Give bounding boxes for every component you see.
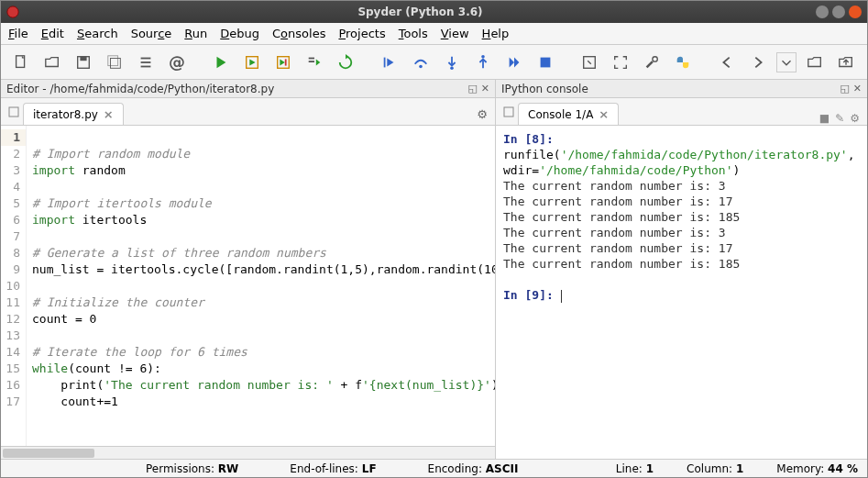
menu-run[interactable]: Run xyxy=(184,27,207,40)
console-tab-row: Console 1/A × ■ ✎ ⚙ xyxy=(496,98,867,126)
parent-dir-button[interactable] xyxy=(833,50,859,75)
sb-memory: Memory: 44 % xyxy=(776,462,858,475)
pane-undock-icon[interactable]: ◱ xyxy=(467,83,477,94)
console-pane-header: IPython console ◱ ✕ xyxy=(496,80,867,98)
close-button[interactable] xyxy=(849,6,862,18)
console-tab-label: Console 1/A xyxy=(528,108,593,121)
code-editor[interactable]: 1 2 3 4 5 6 7 8 9 10 11 12 13 14 15 16 1… xyxy=(1,126,495,446)
sb-encoding: Encoding: ASCII xyxy=(428,462,519,475)
console-browse-icon[interactable] xyxy=(503,106,514,117)
menu-tools[interactable]: Tools xyxy=(399,27,428,40)
pane-close-icon[interactable]: ✕ xyxy=(853,83,862,94)
editor-tab[interactable]: iterator8.py × xyxy=(23,103,124,125)
minimize-button[interactable] xyxy=(816,6,829,18)
python-path-button[interactable] xyxy=(670,50,696,75)
pane-undock-icon[interactable]: ◱ xyxy=(840,83,849,94)
new-file-button[interactable] xyxy=(8,50,34,75)
fullscreen-button[interactable] xyxy=(608,50,633,75)
line-gutter: 1 2 3 4 5 6 7 8 9 10 11 12 13 14 15 16 1… xyxy=(1,126,27,446)
menu-debug[interactable]: Debug xyxy=(220,27,259,40)
maximize-button[interactable] xyxy=(832,6,845,18)
tab-label: iterator8.py xyxy=(33,108,98,121)
step-out-button[interactable] xyxy=(470,50,496,75)
cwd-dropdown[interactable] xyxy=(776,52,797,72)
interrupt-kernel-icon[interactable]: ■ xyxy=(819,112,830,125)
console-options-icon[interactable]: ⚙ xyxy=(850,112,860,125)
editor-tab-row: iterator8.py × ⚙ xyxy=(1,98,495,126)
back-button[interactable] xyxy=(714,50,740,75)
menu-consoles[interactable]: Consoles xyxy=(272,27,325,40)
run-cell-advance-button[interactable] xyxy=(270,50,296,75)
svg-rect-20 xyxy=(541,57,551,67)
step-into-button[interactable] xyxy=(439,50,465,75)
clear-console-icon[interactable]: ✎ xyxy=(835,112,844,125)
menu-edit[interactable]: Edit xyxy=(41,27,64,40)
open-file-button[interactable] xyxy=(39,50,65,75)
run-selection-button[interactable] xyxy=(302,50,327,75)
window-titlebar: Spyder (Python 3.6) xyxy=(1,1,867,23)
run-button[interactable] xyxy=(208,50,234,75)
save-all-button[interactable] xyxy=(102,50,127,75)
svg-rect-4 xyxy=(108,55,118,65)
list-button[interactable] xyxy=(133,50,159,75)
tab-close-icon[interactable]: × xyxy=(104,107,114,121)
svg-point-19 xyxy=(481,54,485,58)
window-title: Spyder (Python 3.6) xyxy=(25,6,816,18)
svg-point-0 xyxy=(7,6,18,17)
svg-point-17 xyxy=(450,66,454,70)
console-tab[interactable]: Console 1/A × xyxy=(518,103,619,125)
continue-button[interactable] xyxy=(501,50,527,75)
console-pane: IPython console ◱ ✕ Console 1/A × ■ ✎ ⚙ … xyxy=(496,80,867,459)
browse-cwd-button[interactable] xyxy=(802,50,828,75)
editor-pane-header: Editor - /home/fahmida/code/Python/itera… xyxy=(1,80,495,98)
menu-bar: File Edit Search Source Run Debug Consol… xyxy=(1,23,867,45)
app-icon xyxy=(6,6,19,18)
maximize-pane-button[interactable] xyxy=(577,50,602,75)
code-area[interactable]: # Import random module import random # I… xyxy=(27,126,495,446)
sb-eol: End-of-lines: LF xyxy=(290,462,376,475)
svg-point-22 xyxy=(653,56,657,61)
editor-h-scrollbar[interactable] xyxy=(1,446,495,459)
console-header-title: IPython console xyxy=(501,83,840,95)
editor-path: Editor - /home/fahmida/code/Python/itera… xyxy=(6,83,467,95)
rerun-button[interactable] xyxy=(333,50,358,75)
svg-point-15 xyxy=(419,64,423,68)
sb-column: Column: 1 xyxy=(687,462,743,475)
menu-projects[interactable]: Projects xyxy=(338,27,385,40)
ipython-console[interactable]: In [8]: runfile('/home/fahmida/code/Pyth… xyxy=(496,126,867,459)
sb-permissions: Permissions: RW xyxy=(146,462,238,475)
debug-button[interactable] xyxy=(377,50,402,75)
editor-pane: Editor - /home/fahmida/code/Python/itera… xyxy=(1,80,496,459)
at-button[interactable]: @ xyxy=(164,50,190,75)
svg-rect-24 xyxy=(504,107,513,117)
svg-rect-23 xyxy=(9,107,18,117)
menu-search[interactable]: Search xyxy=(77,27,118,40)
menu-source[interactable]: Source xyxy=(131,27,172,40)
menu-help[interactable]: Help xyxy=(482,27,510,40)
status-bar: Permissions: RW End-of-lines: LF Encodin… xyxy=(1,459,867,477)
file-browse-icon[interactable] xyxy=(8,106,19,117)
save-button[interactable] xyxy=(71,50,96,75)
menu-view[interactable]: View xyxy=(441,27,469,40)
step-over-button[interactable] xyxy=(408,50,434,75)
console-tab-close-icon[interactable]: × xyxy=(599,107,609,121)
main-toolbar: @ xyxy=(1,45,867,80)
sb-line: Line: 1 xyxy=(616,462,654,475)
main-area: Editor - /home/fahmida/code/Python/itera… xyxy=(1,80,867,459)
preferences-button[interactable] xyxy=(639,50,665,75)
svg-rect-3 xyxy=(80,56,86,60)
forward-button[interactable] xyxy=(745,50,771,75)
run-cell-button[interactable] xyxy=(239,50,265,75)
menu-file[interactable]: File xyxy=(8,27,28,40)
pane-close-icon[interactable]: ✕ xyxy=(481,83,489,94)
editor-options-icon[interactable]: ⚙ xyxy=(473,104,491,125)
stop-button[interactable] xyxy=(533,50,558,75)
console-cursor xyxy=(561,290,562,303)
svg-rect-5 xyxy=(111,58,121,68)
